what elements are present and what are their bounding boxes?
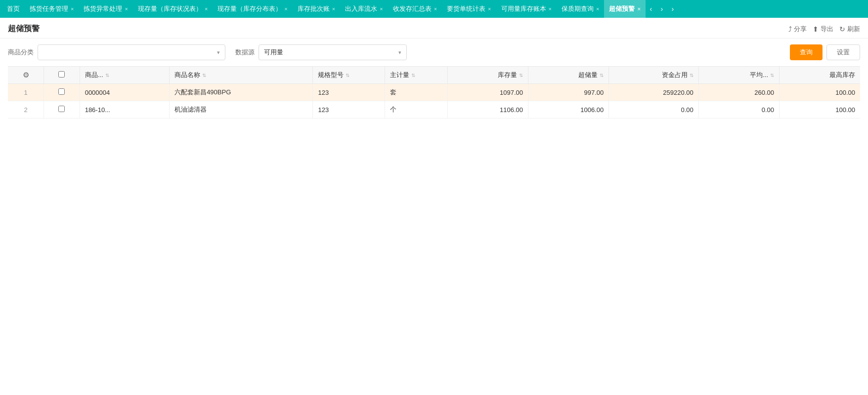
row-stock: 1097.00 xyxy=(447,84,528,101)
header-actions: ⤴ 分享 ⬆ 导出 ↻ 刷新 xyxy=(788,25,860,34)
page-title: 超储预警 xyxy=(8,24,40,34)
category-select[interactable]: ▾ xyxy=(38,44,225,60)
row-num-display: 0000004 xyxy=(80,84,169,101)
close-tab-4[interactable]: × xyxy=(284,6,287,12)
row-stock: 1106.00 xyxy=(447,101,528,118)
filter-actions: 查询 设置 xyxy=(790,44,860,60)
row-avg: 260.00 xyxy=(698,84,779,101)
overstock-table: ⚙ 商品... ⇅ 商品名称 ⇅ xyxy=(8,66,860,118)
table-row[interactable]: 1 0000004 六配套新昌490BPG 123 套 1097.00 997.… xyxy=(8,84,860,101)
nav-inventory-status[interactable]: 现存量（库存状况表） × xyxy=(133,0,213,18)
row-unit: 套 xyxy=(385,84,447,101)
nav-next-arrow[interactable]: › xyxy=(656,0,667,18)
select-all-checkbox[interactable] xyxy=(58,71,65,78)
category-chevron-icon: ▾ xyxy=(217,49,220,56)
share-button[interactable]: ⤴ 分享 xyxy=(788,25,807,34)
th-unit[interactable]: 主计量 ⇅ xyxy=(385,67,447,84)
settings-button[interactable]: 设置 xyxy=(826,44,860,60)
nav-home[interactable]: 首页 xyxy=(2,0,25,18)
th-spec[interactable]: 规格型号 ⇅ xyxy=(313,67,385,84)
close-tab-6[interactable]: × xyxy=(380,6,383,12)
th-checkbox xyxy=(44,67,80,84)
th-maxstock[interactable]: 最高库存 xyxy=(780,67,860,84)
nav-more-arrow[interactable]: › xyxy=(667,0,678,18)
datasource-chevron-icon: ▾ xyxy=(398,49,401,56)
nav-inventory-dist[interactable]: 现存量（库存分布表） × xyxy=(213,0,292,18)
page-header: 超储预警 ⤴ 分享 ⬆ 导出 ↻ 刷新 xyxy=(0,18,868,39)
page-content: 超储预警 ⤴ 分享 ⬆ 导出 ↻ 刷新 商品分类 ▾ 数据源 xyxy=(0,18,868,395)
nav-order-stats[interactable]: 要货单统计表 × xyxy=(442,0,496,18)
close-tab-11[interactable]: × xyxy=(637,6,640,12)
refresh-icon: ↻ xyxy=(839,25,845,33)
close-tab-7[interactable]: × xyxy=(434,6,437,12)
sort-stock-icon: ⇅ xyxy=(519,73,523,78)
close-tab-3[interactable]: × xyxy=(205,6,208,12)
close-tab-10[interactable]: × xyxy=(596,6,599,12)
row-checkbox-cell[interactable] xyxy=(44,84,80,101)
row-avg: 0.00 xyxy=(698,101,779,118)
row-name: 机油滤清器 xyxy=(170,101,313,118)
row-checkbox[interactable] xyxy=(58,88,65,95)
export-icon: ⬆ xyxy=(813,25,819,33)
row-maxstock: 100.00 xyxy=(780,101,860,118)
filter-area: 商品分类 ▾ 数据源 可用量 ▾ 查询 设置 xyxy=(0,39,868,66)
share-icon: ⤴ xyxy=(788,25,792,33)
datasource-label: 数据源 xyxy=(235,48,255,57)
close-tab-8[interactable]: × xyxy=(488,6,491,12)
th-name[interactable]: 商品名称 ⇅ xyxy=(170,67,313,84)
nav-available-book[interactable]: 可用量库存账本 × xyxy=(496,0,557,18)
close-tab-9[interactable]: × xyxy=(549,6,552,12)
datasource-select[interactable]: 可用量 ▾ xyxy=(259,44,407,60)
sort-avg-icon: ⇅ xyxy=(770,73,774,78)
nav-summary[interactable]: 收发存汇总表 × xyxy=(388,0,442,18)
table-container: ⚙ 商品... ⇅ 商品名称 ⇅ xyxy=(0,66,868,118)
sort-name-icon: ⇅ xyxy=(202,73,206,78)
row-spec: 123 xyxy=(313,101,385,118)
table-header-row: ⚙ 商品... ⇅ 商品名称 ⇅ xyxy=(8,67,860,84)
sort-capital-icon: ⇅ xyxy=(690,73,694,78)
row-checkbox[interactable] xyxy=(58,106,65,112)
nav-overstock[interactable]: 超储预警 × xyxy=(604,0,645,18)
th-capital[interactable]: 资金占用 ⇅ xyxy=(609,67,698,84)
close-tab-2[interactable]: × xyxy=(125,6,128,12)
close-tab-1[interactable]: × xyxy=(71,6,74,12)
row-capital: 0.00 xyxy=(609,101,698,118)
nav-prev-arrow[interactable]: ‹ xyxy=(646,0,656,18)
close-tab-5[interactable]: × xyxy=(332,6,335,12)
category-filter: 商品分类 ▾ xyxy=(8,44,225,60)
table-body: 1 0000004 六配套新昌490BPG 123 套 1097.00 997.… xyxy=(8,84,860,118)
gear-icon[interactable]: ⚙ xyxy=(23,71,29,79)
export-button[interactable]: ⬆ 导出 xyxy=(813,25,833,34)
th-settings[interactable]: ⚙ xyxy=(8,67,44,84)
row-name: 六配套新昌490BPG xyxy=(170,84,313,101)
row-spec: 123 xyxy=(313,84,385,101)
row-over: 1006.00 xyxy=(528,101,608,118)
nav-exception[interactable]: 拣货异常处理 × xyxy=(79,0,132,18)
nav-task-mgmt[interactable]: 拣货任务管理 × xyxy=(25,0,79,18)
row-maxstock: 100.00 xyxy=(780,84,860,101)
sort-unit-icon: ⇅ xyxy=(411,73,415,78)
nav-expiry[interactable]: 保质期查询 × xyxy=(557,0,604,18)
th-avg[interactable]: 平均... ⇅ xyxy=(698,67,779,84)
th-over[interactable]: 超储量 ⇅ xyxy=(528,67,608,84)
datasource-value: 可用量 xyxy=(264,48,283,57)
sort-code-icon: ⇅ xyxy=(105,73,109,78)
row-over: 997.00 xyxy=(528,84,608,101)
row-num-display: 186-10... xyxy=(80,101,169,118)
th-code[interactable]: 商品... ⇅ xyxy=(80,67,169,84)
sort-over-icon: ⇅ xyxy=(600,73,604,78)
row-settings-cell: 2 xyxy=(8,101,44,118)
sort-spec-icon: ⇅ xyxy=(346,73,349,78)
row-checkbox-cell[interactable] xyxy=(44,101,80,118)
row-unit: 个 xyxy=(385,101,447,118)
row-capital: 259220.00 xyxy=(609,84,698,101)
table-row[interactable]: 2 186-10... 机油滤清器 123 个 1106.00 1006.00 … xyxy=(8,101,860,118)
nav-batch[interactable]: 库存批次账 × xyxy=(293,0,340,18)
nav-inout-flow[interactable]: 出入库流水 × xyxy=(340,0,388,18)
datasource-filter: 数据源 可用量 ▾ xyxy=(235,44,407,60)
refresh-button[interactable]: ↻ 刷新 xyxy=(839,25,860,34)
query-button[interactable]: 查询 xyxy=(790,44,823,60)
top-navigation: 首页 拣货任务管理 × 拣货异常处理 × 现存量（库存状况表） × 现存量（库存… xyxy=(0,0,868,18)
th-stock[interactable]: 库存量 ⇅ xyxy=(447,67,528,84)
row-settings-cell: 1 xyxy=(8,84,44,101)
